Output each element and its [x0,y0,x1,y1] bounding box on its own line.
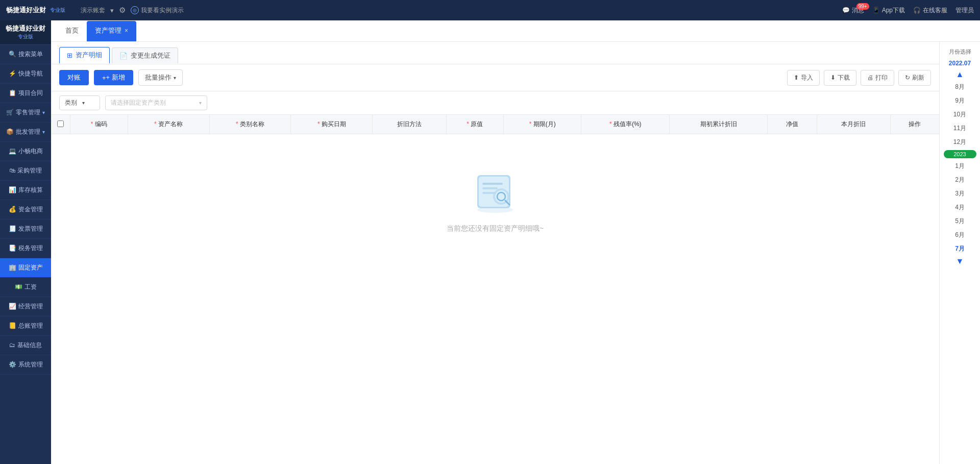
page-content: ⊞ 资产明细 📄 变更生成凭证 对账 + + 新增 [51,42,980,464]
sidebar: 畅捷通好业财 专业版 🔍 搜索菜单 ⚡ 快捷导航 📋 项目合同 🛒 零售管理 ▾… [0,20,51,464]
col-original-value: 原值 [446,115,504,134]
sidebar-item-purchase[interactable]: 🛍 采购管理 [0,161,51,181]
settings-icon[interactable]: ⚙ [119,6,126,15]
sidebar-item-invoice[interactable]: 🧾 发票管理 [0,219,51,239]
tax-icon: 📑 [9,245,16,252]
retail-arrow: ▾ [42,110,45,115]
sidebar-label-invoice: 发票管理 [18,225,43,233]
brand-title: 畅捷通好业财 [6,6,46,15]
sidebar-label-operations: 经营管理 [18,302,43,311]
col-depreciation-method: 折旧方法 [373,115,446,134]
ecommerce-icon: 💻 [9,148,16,155]
sidebar-item-retail[interactable]: 🛒 零售管理 ▾ [0,103,51,123]
sidebar-item-finance[interactable]: 💰 资金管理 [0,200,51,219]
month-up-button[interactable]: ▲ [956,69,964,80]
table-area: 编码 资产名称 类别名称 购买日期 折旧方法 原值 期限(月) 残值率(%) 期… [51,115,939,464]
sidebar-item-project[interactable]: 📋 项目合同 [0,84,51,103]
category-input[interactable]: 请选择固定资产类别 ▾ [105,95,207,110]
project-icon: 📋 [9,89,16,96]
tab-asset-management[interactable]: 资产管理 × [87,21,136,41]
year-2023-badge[interactable]: 2023 [944,150,976,158]
sidebar-item-system[interactable]: ⚙️ 系统管理 [0,355,51,375]
col-monthly-dep: 本月折旧 [817,115,890,134]
month-item-8[interactable]: 8月 [944,80,976,94]
assets-table: 编码 资产名称 类别名称 购买日期 折旧方法 原值 期限(月) 残值率(%) 期… [51,115,939,134]
print-label: 打印 [875,74,888,82]
sidebar-item-ledger[interactable]: 📒 总账管理 [0,316,51,336]
tab-home-label: 首页 [65,27,79,34]
demo-text: 我要看实例演示 [141,6,184,15]
tab-close-icon[interactable]: × [125,27,128,34]
category-arrow-icon: ▾ [82,100,85,106]
add-button[interactable]: + + 新增 [94,70,133,85]
sidebar-item-fixed-assets[interactable]: 🏢 固定资产 [0,258,51,278]
tab-bar: 首页 资产管理 × [51,20,980,42]
refresh-button[interactable]: ↻ 刷新 [898,70,931,86]
svg-rect-3 [482,183,503,185]
toolbar: 对账 + + 新增 批量操作 ▾ ⬆ 导入 [51,64,939,91]
download-button[interactable]: ⬇ 下载 [824,70,856,86]
checkbox-header[interactable] [51,115,70,134]
content-area: 首页 资产管理 × ⊞ 资产明细 📄 变更生成凭证 [51,20,980,464]
month-item-3[interactable]: 3月 [944,187,976,201]
month-item-10[interactable]: 10月 [944,108,976,121]
fixed-assets-icon: 🏢 [9,264,16,271]
sidebar-label-purchase: 采购管理 [17,166,42,175]
user-name[interactable]: 管理员 [955,6,974,15]
change-voucher-icon: 📄 [119,52,128,60]
month-item-2[interactable]: 2月 [944,173,976,187]
month-panel: 月份选择 2022.07 ▲ 8月 9月 10月 11月 12月 202 [939,42,980,464]
category-select[interactable]: 类别 ▾ [59,95,100,110]
month-item-7-selected[interactable]: 7月 [944,242,976,256]
sidebar-item-quicknav[interactable]: ⚡ 快捷导航 [0,64,51,84]
sidebar-item-salary[interactable]: 💵 工资 [0,278,51,297]
month-item-11[interactable]: 11月 [944,121,976,135]
demo-link[interactable]: ◎ 我要看实例演示 [131,6,184,15]
sidebar-label-fixed-assets: 固定资产 [18,263,43,272]
current-year-month: 2022.07 [949,58,971,69]
sidebar-item-basic-info[interactable]: 🗂 基础信息 [0,336,51,355]
month-item-5[interactable]: 5月 [944,214,976,228]
import-button[interactable]: ⬆ 导入 [787,70,820,86]
tab-home[interactable]: 首页 [57,21,87,41]
col-term: 期限(月) [504,115,581,134]
batch-button[interactable]: 批量操作 ▾ [138,69,183,86]
quicknav-icon: ⚡ [9,70,16,77]
month-item-12[interactable]: 12月 [944,135,976,149]
dropdown-icon[interactable]: ▾ [110,7,114,14]
refresh-label: 刷新 [912,74,924,82]
sidebar-brand: 畅捷通好业财 专业版 [0,20,51,45]
input-placeholder: 请选择固定资产类别 [111,99,166,107]
sidebar-item-search[interactable]: 🔍 搜索菜单 [0,45,51,64]
print-button[interactable]: 🖨 打印 [861,70,894,86]
system-icon: ⚙️ [9,361,16,368]
sidebar-label-retail: 零售管理 [16,108,40,117]
operations-icon: 📈 [9,303,16,310]
col-code: 编码 [70,115,128,134]
sub-tab-asset-detail[interactable]: ⊞ 资产明细 [59,47,110,64]
main-layout: 畅捷通好业财 专业版 🔍 搜索菜单 ⚡ 快捷导航 📋 项目合同 🛒 零售管理 ▾… [0,20,980,464]
brand-edition: 专业版 [3,33,48,40]
select-all-checkbox[interactable] [57,120,64,127]
reconcile-button[interactable]: 对账 [59,70,89,85]
sidebar-item-inventory[interactable]: 📊 库存核算 [0,181,51,200]
purchase-icon: 🛍 [9,167,15,174]
sidebar-label-wholesale: 批发管理 [16,128,40,136]
sidebar-item-wholesale[interactable]: 📦 批发管理 ▾ [0,123,51,142]
download-icon: ⬇ [830,74,836,81]
import-icon: ⬆ [794,74,799,81]
month-down-button[interactable]: ▼ [956,256,964,267]
online-service-button[interactable]: 🎧 在线客服 [913,6,947,15]
sidebar-item-operations[interactable]: 📈 经营管理 [0,297,51,316]
filter-bar: 类别 ▾ 请选择固定资产类别 ▾ [51,91,939,115]
message-button[interactable]: 💬 消息 99+ [842,6,864,15]
app-download-button[interactable]: 📱 App下载 [872,6,905,15]
sidebar-item-ecommerce[interactable]: 💻 小畅电商 [0,142,51,161]
month-item-1[interactable]: 1月 [944,159,976,173]
app-download-label: App下载 [882,6,905,15]
month-item-6[interactable]: 6月 [944,228,976,242]
month-item-4[interactable]: 4月 [944,201,976,214]
sub-tab-change-voucher[interactable]: 📄 变更生成凭证 [112,47,178,63]
month-item-9[interactable]: 9月 [944,94,976,108]
sidebar-item-tax[interactable]: 📑 税务管理 [0,239,51,258]
